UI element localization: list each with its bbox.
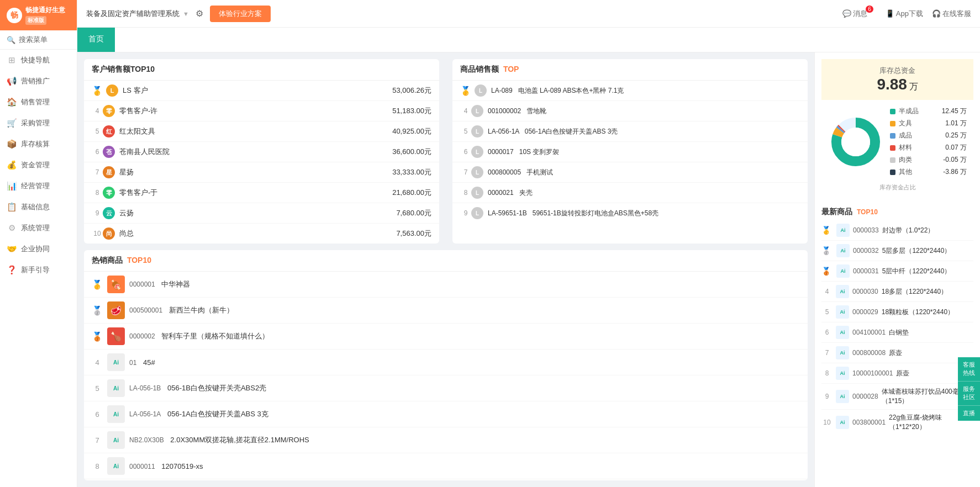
list-item: 9 Ai 0000028 体城斋枝味苏打饮品400毫升（1*15） bbox=[821, 384, 973, 410]
service-item[interactable]: 🎧 在线客服 bbox=[932, 9, 971, 19]
list-item: 🥉 Ai 0000031 5层中纤（1220*2440） bbox=[821, 261, 973, 282]
sidebar-item-operation[interactable]: 📊 经营管理 bbox=[0, 176, 77, 197]
medal-gold-icon: 🥇 bbox=[92, 86, 103, 96]
system-title[interactable]: 装备及固定资产辅助管理系统 ▼ bbox=[86, 9, 189, 19]
product-code: 0000001 bbox=[129, 280, 155, 288]
quick-nav-icon: ⊞ bbox=[7, 55, 17, 65]
sidebar: 畅 畅捷通好生意 标准版 🔍 搜索菜单 ⊞ 快捷导航 📢 营销推广 🏠 销售管理… bbox=[0, 0, 77, 487]
customer-name: 零售客户-于 bbox=[119, 188, 392, 198]
product-thumbnail: 🍖 bbox=[107, 276, 125, 293]
np-thumbnail: Ai bbox=[836, 224, 850, 237]
table-row: 7 星 星扬 33,333.00元 bbox=[84, 162, 439, 183]
customer-name: LS 客户 bbox=[123, 86, 392, 96]
product-name: 12070519-xs bbox=[161, 462, 203, 470]
customer-badge: 苍 bbox=[103, 146, 115, 158]
sidebar-item-inventory[interactable]: 📦 库存核算 bbox=[0, 134, 77, 155]
customer-badge: 尚 bbox=[103, 227, 115, 240]
product-sales-ranking-card: 商品销售额 TOP 🥇 L LA-089 电池盖 LA-089 ABS本色+黑种… bbox=[452, 59, 808, 244]
customer-ranking-list: 🥇 L LS 客户 53,006.26元 4 零 零售客户-许 51,183.0… bbox=[84, 81, 439, 244]
customer-name: 云扬 bbox=[119, 208, 396, 218]
product-rank-badge: L bbox=[471, 125, 483, 137]
sidebar-item-basic-info[interactable]: 📋 基础信息 bbox=[0, 197, 77, 218]
np-code: 0000029 bbox=[852, 308, 878, 316]
float-btn-live[interactable]: 直播 bbox=[958, 406, 980, 421]
float-btn-service[interactable]: 客服热线 bbox=[958, 357, 980, 382]
customer-badge: 星 bbox=[103, 166, 115, 178]
sidebar-item-label: 经营管理 bbox=[21, 181, 50, 191]
sidebar-item-quick-nav[interactable]: ⊞ 快捷导航 bbox=[0, 50, 77, 71]
sidebar-item-sales[interactable]: 🏠 销售管理 bbox=[0, 92, 77, 113]
np-code: 0000031 bbox=[853, 267, 879, 275]
product-name: 001000002 雪地靴 bbox=[488, 107, 800, 116]
trial-button[interactable]: 体验行业方案 bbox=[210, 6, 271, 22]
rank-number: 8 bbox=[92, 189, 103, 197]
product-img-placeholder: 🍖 bbox=[110, 279, 122, 290]
product-info: 000500001 新西兰牛肉（新牛） bbox=[129, 305, 800, 315]
marketing-icon: 📢 bbox=[7, 76, 17, 86]
sidebar-item-marketing[interactable]: 📢 营销推广 bbox=[0, 71, 77, 92]
customer-amount: 36,600.00元 bbox=[392, 147, 431, 157]
rank-number: 5 bbox=[821, 308, 833, 316]
customer-amount: 40,925.00元 bbox=[392, 126, 431, 136]
product-rank-badge: L bbox=[471, 187, 483, 199]
legend-value: -0.05 万 bbox=[943, 155, 967, 165]
table-row: 6 L 0000017 10S 变刹罗袈 bbox=[452, 142, 808, 162]
list-item: 8 Ai 10000100001 原壶 bbox=[821, 363, 973, 384]
legend-dot bbox=[890, 145, 895, 151]
app-label: App下载 bbox=[896, 9, 923, 19]
donut-chart bbox=[828, 114, 883, 170]
system-title-text: 装备及固定资产辅助管理系统 bbox=[86, 9, 180, 19]
sidebar-item-system[interactable]: ⚙ 系统管理 bbox=[0, 218, 77, 239]
basic-info-icon: 📋 bbox=[7, 202, 17, 212]
customer-amount: 51,183.00元 bbox=[392, 106, 431, 116]
legend-value: 0.25 万 bbox=[945, 131, 967, 140]
sidebar-item-purchase[interactable]: 🛒 采购管理 bbox=[0, 113, 77, 134]
np-code: 0000032 bbox=[853, 247, 879, 255]
table-row: 🥇 L LS 客户 53,006.26元 bbox=[84, 81, 439, 101]
list-item: 8 Ai 0000011 12070519-xs bbox=[84, 453, 808, 479]
np-img-text: Ai bbox=[841, 268, 846, 274]
sidebar-item-finance[interactable]: 💰 资金管理 bbox=[0, 155, 77, 176]
legend-item: 文具 1.01 万 bbox=[890, 119, 967, 128]
legend-value: 1.01 万 bbox=[945, 119, 967, 128]
np-name: 原壶 bbox=[889, 348, 973, 358]
logo-text-block: 畅捷通好生意 标准版 bbox=[25, 6, 65, 25]
product-rank-badge: L bbox=[471, 146, 483, 158]
medal-gold-icon: 🥇 bbox=[92, 279, 103, 290]
product-info: LA-056-1A 056-1A白色按键开关盖ABS 3克 bbox=[129, 409, 800, 419]
customer-name: 星扬 bbox=[119, 167, 392, 177]
customer-amount: 7,680.00元 bbox=[396, 208, 431, 218]
customer-ranking-card: 客户销售额TOP10 🥇 L LS 客户 53,006.26元 4 零 零售 bbox=[84, 59, 439, 244]
medal-silver-icon: 🥈 bbox=[92, 305, 103, 316]
product-name: 45# bbox=[143, 358, 155, 367]
purchase-icon: 🛒 bbox=[7, 118, 17, 128]
product-info: LA-056-1B 056-1B白色按键开关壳ABS2壳 bbox=[129, 383, 800, 393]
rank-number: 10 bbox=[821, 419, 833, 426]
customer-badge: 云 bbox=[103, 207, 115, 219]
product-name: 056-1B白色按键开关壳ABS2壳 bbox=[167, 384, 266, 392]
message-item[interactable]: 💬 消息 6 bbox=[842, 9, 877, 19]
tab-home[interactable]: 首页 bbox=[77, 28, 115, 52]
app-download-item[interactable]: 📱 App下载 bbox=[886, 9, 923, 19]
product-rank-badge: L bbox=[471, 207, 483, 219]
list-item: 7 Ai 000800008 原壶 bbox=[821, 343, 973, 363]
product-name: 000800005 手机测试 bbox=[488, 168, 800, 177]
list-item: 🥇 Ai 0000033 封边带（1.0*22） bbox=[821, 220, 973, 241]
list-item: 10 Ai 003800001 22g鱼豆腐-烧烤味（1*12*20） bbox=[821, 410, 973, 435]
table-row: 9 云 云扬 7,680.00元 bbox=[84, 203, 439, 224]
sidebar-item-enterprise[interactable]: 🤝 企业协同 bbox=[0, 239, 77, 260]
sidebar-item-label: 资金管理 bbox=[21, 160, 50, 170]
settings-icon[interactable]: ⚙ bbox=[196, 8, 203, 19]
np-thumbnail: Ai bbox=[836, 244, 850, 257]
search-label: 搜索菜单 bbox=[19, 35, 48, 45]
inventory-label: 库存总资金 bbox=[879, 66, 915, 75]
sidebar-item-guide[interactable]: ❓ 新手引导 bbox=[0, 260, 77, 280]
rank-number: 7 bbox=[460, 168, 471, 176]
np-thumbnail: Ai bbox=[836, 416, 849, 429]
inventory-value: 9.88 bbox=[877, 76, 907, 93]
sidebar-search[interactable]: 🔍 搜索菜单 bbox=[0, 30, 77, 50]
finance-icon: 💰 bbox=[7, 160, 17, 170]
dropdown-arrow-icon: ▼ bbox=[183, 10, 189, 17]
rank-number: 10 bbox=[92, 230, 103, 237]
float-btn-community[interactable]: 服务社区 bbox=[958, 382, 980, 406]
